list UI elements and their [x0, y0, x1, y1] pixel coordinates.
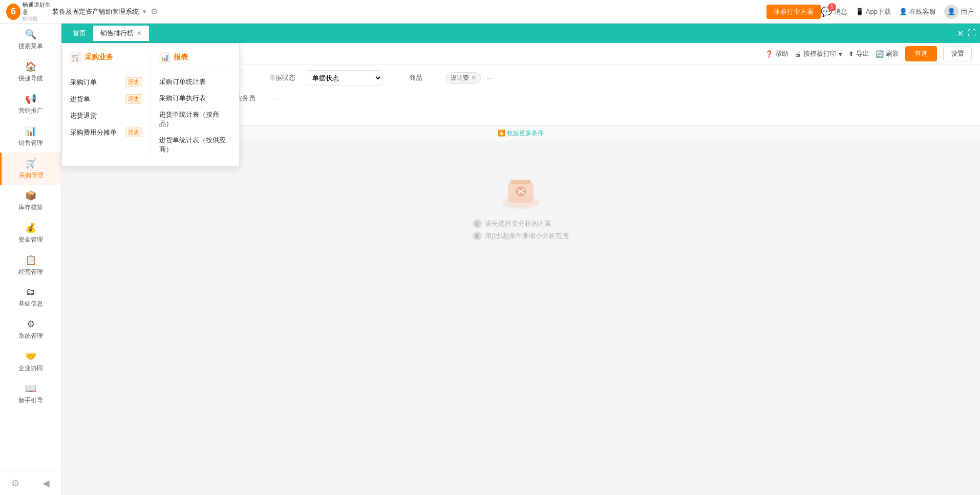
sidebar-item-guide-label: 新手引导: [18, 396, 43, 405]
sidebar-item-stock[interactable]: 📦 库存核算: [0, 185, 61, 217]
collapse-sidebar-icon[interactable]: ◀: [42, 478, 50, 489]
return-label: 进货退货: [70, 111, 97, 120]
tab-home[interactable]: 首页: [66, 26, 93, 41]
status-select[interactable]: 单据状态: [306, 70, 382, 85]
dropdown-item-expense[interactable]: 采购费用分摊单 历史: [70, 124, 142, 141]
sidebar-item-enterprise[interactable]: 🤝 企业协同: [0, 346, 61, 378]
report-col-title: 📊 报表: [159, 52, 231, 68]
clipboard-icon: 📋: [25, 254, 36, 266]
hint-num-2: ②: [473, 231, 482, 241]
dropdown-item-report-2[interactable]: 采购订单执行表: [159, 90, 231, 106]
sidebar-bottom: ⚙ ◀: [0, 471, 61, 495]
goods-tag-text: 设计费: [451, 74, 469, 82]
sidebar-item-sales[interactable]: 📊 销售管理: [0, 120, 61, 153]
tab-home-label: 首页: [73, 29, 86, 38]
app-download-item[interactable]: 📱 App下载: [856, 7, 891, 16]
logo: 6 畅通道好生意 标准版: [6, 1, 52, 23]
empty-illustration: [495, 172, 546, 213]
system-settings-icon[interactable]: ⚙: [151, 7, 158, 16]
tab-expand-icon[interactable]: ⛶: [968, 29, 976, 38]
user-label: 用户: [961, 7, 974, 16]
system-title: 装备及固定资产辅助管理系统: [52, 7, 139, 16]
sidebar-item-guide[interactable]: 📖 新手引导: [0, 378, 61, 410]
expense-label: 采购费用分摊单: [70, 128, 117, 137]
goods-label: 商品: [409, 73, 440, 82]
service-icon: 👤: [899, 8, 907, 15]
report-3-label: 进货单统计表（按商品）: [159, 110, 231, 128]
sidebar-item-base[interactable]: 🗂 基础信息: [0, 282, 61, 313]
chart-icon: 📊: [25, 125, 36, 137]
sidebar-item-marketing[interactable]: 📢 营销推广: [0, 88, 61, 120]
sidebar-item-purchase-label: 采购管理: [19, 171, 44, 180]
settings-bottom-icon[interactable]: ⚙: [11, 478, 19, 489]
dropdown-item-report-4[interactable]: 进货单统计表（按供应商）: [159, 132, 231, 158]
dropdown-item-inbound[interactable]: 进货单 历史: [70, 91, 142, 107]
system-dropdown-icon[interactable]: ▾: [143, 8, 146, 15]
dropdown-item-report-3[interactable]: 进货单统计表（按商品）: [159, 106, 231, 132]
goods-more-btn[interactable]: ···: [487, 74, 493, 82]
goods-tag-close-icon[interactable]: ✕: [471, 74, 476, 81]
message-count: 5: [828, 3, 836, 11]
print-dropdown-icon: ▾: [839, 50, 842, 58]
dropdown-item-report-1[interactable]: 采购订单统计表: [159, 74, 231, 90]
solution-button[interactable]: 体验行业方案: [766, 5, 821, 19]
sidebar-item-purchase[interactable]: 🛒 采购管理: [0, 153, 61, 185]
sidebar-item-system-label: 系统管理: [18, 332, 43, 340]
salesperson-more-btn[interactable]: ···: [272, 95, 278, 102]
gear-icon: ⚙: [27, 318, 35, 330]
hint-text-1: 请先选择要分析的方案: [485, 219, 551, 228]
sidebar-item-search-label: 搜索菜单: [18, 42, 43, 51]
sidebar-item-finance[interactable]: 💰 资金管理: [0, 217, 61, 249]
online-service-item[interactable]: 👤 在线客服: [899, 7, 936, 16]
tabbar: 首页 销售排行榜 ✕ ✕ ⛶: [61, 24, 980, 43]
status-label: 单据状态: [269, 73, 300, 82]
logo-text: 畅通道好生意 标准版: [23, 1, 52, 23]
sidebar-item-quick[interactable]: 🏠 快捷导航: [0, 56, 61, 88]
phone-icon: 📱: [856, 8, 864, 15]
export-button[interactable]: ⬆ 导出: [848, 49, 869, 58]
purchase-order-label: 采购订单: [70, 78, 97, 87]
sidebar: 🔍 搜索菜单 🏠 快捷导航 📢 营销推广 📊 销售管理 🛒 采购管理 📦 库存核…: [0, 24, 61, 495]
user-item[interactable]: 👤 用户: [944, 5, 974, 19]
report-col: 📊 报表 采购订单统计表 采购订单执行表 进货单统计表（按商品） 进货单统计表（…: [151, 52, 240, 158]
refresh-icon: 🔄: [876, 50, 884, 58]
report-2-label: 采购订单执行表: [159, 94, 206, 103]
print-button[interactable]: 🖨 按模板打印 ▾: [795, 49, 842, 58]
tab-sales-rank[interactable]: 销售排行榜 ✕: [93, 26, 149, 41]
service-label: 在线客服: [909, 7, 936, 16]
help-label: 帮助: [775, 49, 789, 58]
book-icon: 📖: [25, 383, 36, 394]
sidebar-item-finance-label: 资金管理: [18, 235, 43, 244]
print-icon: 🖨: [795, 50, 801, 58]
search-icon: 🔍: [25, 29, 36, 40]
sidebar-item-search[interactable]: 🔍 搜索菜单: [0, 24, 61, 56]
cart-icon: 🛒: [26, 158, 37, 169]
tab-window-close-icon[interactable]: ✕: [957, 29, 964, 38]
purchase-col-title-text: 采购业务: [84, 53, 113, 62]
purchase-col: 🛒 采购业务 采购订单 历史 进货单 历史 进货退货 采购费用分摊单 历史: [62, 52, 151, 158]
messages-item[interactable]: 💬 5 消息: [821, 6, 847, 17]
collapse-icon: 🔼: [498, 130, 505, 137]
home-icon: 🏠: [25, 61, 36, 72]
messages-label: 消息: [834, 7, 847, 16]
report-col-title-text: 报表: [174, 53, 188, 62]
purchase-col-icon: 🛒: [70, 52, 81, 63]
query-button[interactable]: 查询: [905, 46, 937, 61]
settings-button[interactable]: 设置: [943, 46, 972, 61]
dropdown-item-purchase-order[interactable]: 采购订单 历史: [70, 74, 142, 91]
sidebar-item-operation[interactable]: 📋 经营管理: [0, 249, 61, 282]
help-button[interactable]: ❓ 帮助: [765, 49, 789, 58]
dropdown-item-return[interactable]: 进货退货: [70, 107, 142, 124]
inbound-label: 进货单: [70, 95, 90, 104]
report-1-label: 采购订单统计表: [159, 77, 206, 87]
refresh-button[interactable]: 🔄 刷新: [876, 49, 899, 58]
purchase-col-title: 🛒 采购业务: [70, 52, 142, 68]
sidebar-item-base-label: 基础信息: [18, 299, 43, 308]
salesperson-label: 业务员: [236, 94, 266, 103]
box-icon: 📦: [25, 190, 36, 201]
svg-rect-2: [510, 180, 531, 184]
tab-close-icon[interactable]: ✕: [137, 30, 142, 37]
sidebar-item-system[interactable]: ⚙ 系统管理: [0, 313, 61, 346]
tab-sales-rank-label: 销售排行榜: [100, 29, 134, 38]
hint-text-2: 用[过滤]条件来缩小分析范围: [485, 231, 568, 241]
